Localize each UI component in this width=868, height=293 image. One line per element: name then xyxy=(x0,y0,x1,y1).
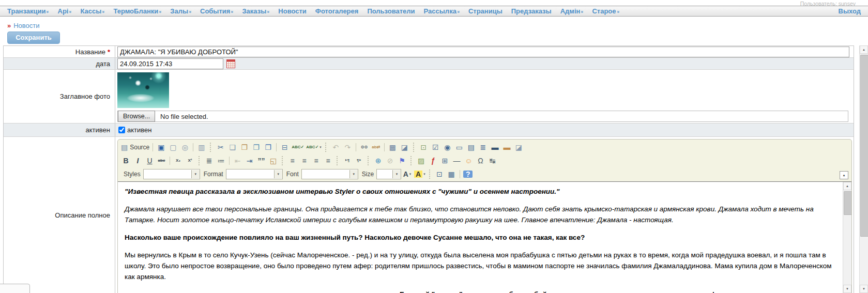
background-color-button[interactable]: A▾ xyxy=(413,169,427,179)
indent-button[interactable]: ⇥ xyxy=(243,156,255,166)
remove-format-button[interactable]: ◪ xyxy=(399,142,410,152)
nav-item-admin[interactable]: Адмін» xyxy=(560,7,584,15)
nav-item-cashdesks[interactable]: Кассы» xyxy=(80,7,104,15)
select-all-button[interactable]: ▩ xyxy=(387,142,399,152)
show-blocks-button[interactable]: ▦ xyxy=(446,169,458,179)
toolbar-collapse-button[interactable]: ▴ xyxy=(840,171,848,179)
bulleted-list-button[interactable]: ≔ xyxy=(215,156,227,166)
save-button[interactable]: ▣ xyxy=(155,142,167,152)
outdent-button[interactable]: ⇤ xyxy=(232,156,243,166)
outdent-icon: ⇤ xyxy=(235,157,241,164)
nav-item-logout[interactable]: Выход xyxy=(839,7,861,15)
nav-item-pages[interactable]: Страницы xyxy=(468,7,502,15)
font-dropdown[interactable]: ▾ xyxy=(301,169,358,179)
bold-button[interactable]: B xyxy=(120,156,132,166)
horizontal-rule-icon: — xyxy=(453,157,461,164)
cut-button[interactable]: ✂ xyxy=(215,142,226,152)
strikethrough-button[interactable]: abc xyxy=(156,156,167,166)
checkbox-field-button[interactable]: ☑ xyxy=(430,142,441,152)
text-field-button[interactable]: ▭ xyxy=(453,142,465,152)
scroll-down-icon[interactable]: ▼ xyxy=(860,285,868,293)
page-scrollbar-thumb[interactable] xyxy=(860,55,868,237)
scroll-up-icon[interactable]: ▲ xyxy=(843,182,851,190)
smiley-button[interactable]: ☺ xyxy=(463,156,475,166)
paste-word-button[interactable]: ❐ xyxy=(262,142,274,152)
align-left-button[interactable]: ≡ xyxy=(286,156,298,166)
horizontal-rule-button[interactable]: — xyxy=(451,156,463,166)
styles-dropdown[interactable]: ▾ xyxy=(143,169,200,179)
new-page-button[interactable]: ▢ xyxy=(167,142,179,152)
text-direction-ltr-button[interactable]: ‣¶ xyxy=(341,156,353,166)
nav-item-events[interactable]: События» xyxy=(200,7,233,15)
breadcrumb-news-link[interactable]: Новости xyxy=(13,22,39,29)
superscript-button[interactable]: X² xyxy=(184,156,196,166)
nav-item-photo-gallery[interactable]: Фотогалерея xyxy=(315,7,359,15)
undo-button[interactable]: ↶ xyxy=(330,142,342,152)
form-button[interactable]: ⊡ xyxy=(418,142,430,152)
anchor-button[interactable]: ⚑ xyxy=(396,156,408,166)
div-container-button[interactable]: ◱ xyxy=(267,156,279,166)
blockquote-button[interactable]: ”” xyxy=(255,156,267,166)
replace-button[interactable]: ab⇄ xyxy=(370,142,382,152)
print-button[interactable]: ⊟ xyxy=(279,142,291,152)
title-input[interactable] xyxy=(117,47,849,57)
flash-button[interactable]: ƒ xyxy=(427,156,439,166)
scroll-down-icon[interactable]: ▼ xyxy=(843,285,851,293)
unlink-button[interactable]: ⊘ xyxy=(384,156,396,166)
radio-field-button[interactable]: ◉ xyxy=(441,142,453,152)
nav-item-api[interactable]: Api» xyxy=(58,7,72,15)
numbered-list-button[interactable]: ≣ xyxy=(203,156,215,166)
align-right-button[interactable]: ≡ xyxy=(310,156,322,166)
maximize-button[interactable]: ⊡ xyxy=(434,169,446,179)
image-button-field-button[interactable]: ▬ xyxy=(501,142,513,152)
scayt-button[interactable]: ABC✓▾ xyxy=(305,142,323,152)
editor-scrollbar[interactable]: ▲ ▼ xyxy=(843,182,851,293)
copy-button[interactable]: ❏ xyxy=(226,142,238,152)
underline-button[interactable]: U xyxy=(144,156,156,166)
link-button[interactable]: ⊕ xyxy=(372,156,384,166)
align-justify-button[interactable]: ≡ xyxy=(322,156,334,166)
select-field-button[interactable]: ≣ xyxy=(477,142,489,152)
paste-text-button[interactable]: ❐ xyxy=(250,142,262,152)
align-center-button[interactable]: ≡ xyxy=(298,156,310,166)
redo-button[interactable]: ↷ xyxy=(342,142,354,152)
nav-item-preorders[interactable]: Предзаказы xyxy=(511,7,552,15)
find-button[interactable]: ⊙⊙ xyxy=(358,142,370,152)
templates-button[interactable]: ▥ xyxy=(195,142,207,152)
text-direction-rtl-button[interactable]: ¶‣ xyxy=(353,156,365,166)
nav-item-users[interactable]: Пользователи xyxy=(367,7,415,15)
nav-item-halls[interactable]: Залы» xyxy=(170,7,191,15)
page-scrollbar[interactable]: ▲ ▼ xyxy=(859,45,868,293)
about-button[interactable]: ? xyxy=(462,169,474,179)
nav-item-mailing[interactable]: Рассылка» xyxy=(424,7,460,15)
paste-button[interactable]: ❐ xyxy=(238,142,250,152)
nav-item-old[interactable]: Старое» xyxy=(592,7,619,15)
textarea-field-button[interactable]: ▤ xyxy=(465,142,477,152)
editor-scrollbar-thumb[interactable] xyxy=(844,191,851,215)
table-button[interactable]: ⊞ xyxy=(439,156,451,166)
spell-check-button[interactable]: ABC✓ xyxy=(291,142,305,152)
date-input[interactable] xyxy=(117,58,223,69)
calendar-icon[interactable] xyxy=(226,59,235,68)
insert-image-button[interactable]: ▨ xyxy=(415,156,427,166)
save-button[interactable]: Сохранить xyxy=(7,32,60,44)
subscript-button[interactable]: X₂ xyxy=(172,156,184,166)
nav-item-thermo-blanks[interactable]: ТермоБланки» xyxy=(113,7,161,15)
editor-content-area[interactable]: "Известная певица рассказала в эксклюзив… xyxy=(118,181,851,293)
text-color-button[interactable]: A▾ xyxy=(401,169,413,179)
button-field-button[interactable]: ▬ xyxy=(489,142,501,152)
scroll-up-icon[interactable]: ▲ xyxy=(860,45,868,54)
size-dropdown[interactable]: ▾ xyxy=(376,169,401,179)
nav-item-orders[interactable]: Заказы» xyxy=(242,7,269,15)
italic-button[interactable]: I xyxy=(132,156,144,166)
active-checkbox[interactable] xyxy=(118,127,125,133)
nav-item-news[interactable]: Новости xyxy=(278,7,307,15)
preview-button[interactable]: ◎ xyxy=(179,142,191,152)
special-character-button[interactable]: Ω xyxy=(475,156,486,166)
source-button[interactable]: ▤Source xyxy=(120,142,150,152)
nav-item-transactions[interactable]: Транзакции» xyxy=(7,7,49,15)
format-dropdown[interactable]: ▾ xyxy=(226,169,283,179)
hidden-field-button[interactable]: ◪ xyxy=(513,142,525,152)
page-break-button[interactable]: ↹ xyxy=(486,156,498,166)
browse-button[interactable]: Browse... xyxy=(118,111,155,122)
